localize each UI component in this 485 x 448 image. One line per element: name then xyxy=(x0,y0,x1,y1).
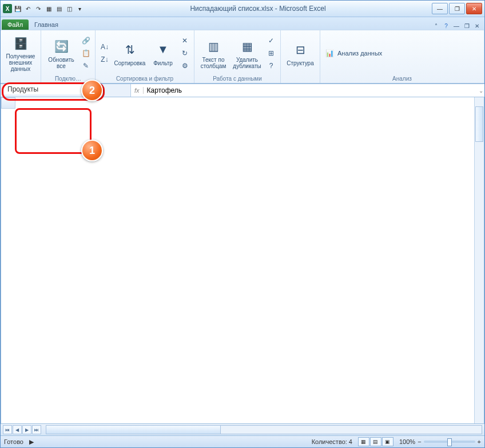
external-data-button[interactable]: 🗄️Получение внешних данных xyxy=(4,34,37,72)
sort-button[interactable]: ⇅Сортировка xyxy=(113,34,147,72)
view-normal-icon[interactable]: ▦ xyxy=(358,437,369,446)
remove-duplicates-button[interactable]: ▦Удалить дубликаты xyxy=(231,34,263,72)
clear-filter-icon[interactable]: ✕ xyxy=(179,35,190,46)
mdi-restore-icon[interactable]: ❐ xyxy=(463,22,471,30)
file-tab[interactable]: Файл xyxy=(2,19,29,30)
edit-links-icon[interactable]: ✎ xyxy=(80,60,92,72)
ribbon-tab[interactable]: Главная xyxy=(30,19,62,30)
macro-icon[interactable]: ▶ xyxy=(29,438,34,446)
select-all-corner[interactable] xyxy=(2,98,15,109)
qat-icon[interactable]: ◫ xyxy=(65,4,74,13)
zoom-level[interactable]: 100% xyxy=(399,438,415,445)
zoom-slider[interactable] xyxy=(424,441,475,443)
properties-icon[interactable]: 📋 xyxy=(80,47,92,59)
whatif-icon[interactable]: ? xyxy=(265,60,277,72)
name-box[interactable]: ▼ xyxy=(4,84,90,94)
view-pagebreak-icon[interactable]: ▣ xyxy=(382,437,393,446)
status-ready: Готово xyxy=(4,438,23,445)
text-to-columns-button[interactable]: ▥Текст по столбцам xyxy=(198,34,229,72)
filter-button[interactable]: ▼Фильтр xyxy=(149,34,177,72)
callout-2: 2 xyxy=(81,80,103,101)
redo-icon[interactable]: ↷ xyxy=(34,4,43,13)
spreadsheet-grid[interactable] xyxy=(1,97,15,109)
horizontal-scrollbar[interactable] xyxy=(46,425,482,434)
sheet-nav-last-icon[interactable]: ⏭ xyxy=(32,425,41,434)
formula-input[interactable] xyxy=(144,85,484,96)
connections-icon[interactable]: 🔗 xyxy=(80,35,92,46)
quick-access-toolbar: X 💾 ↶ ↷ ▦ ▤ ◫ ▾ xyxy=(3,4,84,13)
excel-window: X 💾 ↶ ↷ ▦ ▤ ◫ ▾ Ниспадающий список.xlsx … xyxy=(0,0,485,448)
mdi-min-icon[interactable]: — xyxy=(452,22,460,30)
qat-icon[interactable]: ▦ xyxy=(44,4,53,13)
titlebar: X 💾 ↶ ↷ ▦ ▤ ◫ ▾ Ниспадающий список.xlsx … xyxy=(1,1,484,17)
sort-asc-icon[interactable]: A↓ xyxy=(99,41,110,53)
window-title: Ниспадающий список.xlsx - Microsoft Exce… xyxy=(84,5,432,13)
ribbon-tabs: Файл Главная ˄ ? — ❐ ✕ xyxy=(1,17,484,30)
zoom-out-button[interactable]: − xyxy=(418,438,421,445)
help-icon[interactable]: ? xyxy=(442,22,450,30)
sheet-tab-bar: ⏮ ◀ ▶ ⏭ xyxy=(1,423,484,435)
sort-desc-icon[interactable]: Z↓ xyxy=(99,54,110,65)
data-validation-icon[interactable]: ✓ xyxy=(265,35,277,46)
expand-formula-icon[interactable]: ⌄ xyxy=(479,88,483,94)
save-icon[interactable]: 💾 xyxy=(13,4,22,13)
close-button[interactable]: ✕ xyxy=(466,3,482,14)
mdi-close-icon[interactable]: ✕ xyxy=(473,22,481,30)
formula-bar[interactable]: fx ⌄ xyxy=(130,84,484,97)
ribbon-min-icon[interactable]: ˄ xyxy=(432,22,440,30)
maximize-button[interactable]: ❐ xyxy=(449,3,465,14)
minimize-button[interactable]: — xyxy=(432,3,448,14)
consolidate-icon[interactable]: ⊞ xyxy=(265,47,277,59)
sheet-nav-first-icon[interactable]: ⏮ xyxy=(3,425,12,434)
qat-dropdown-icon[interactable]: ▾ xyxy=(75,4,84,13)
analysis-icon: 📊 xyxy=(324,47,335,59)
advanced-icon[interactable]: ⚙ xyxy=(179,60,190,72)
sheet-nav-prev-icon[interactable]: ◀ xyxy=(13,425,22,434)
status-bar: Готово ▶ Количество: 4 ▦ ▤ ▣ 100% − + xyxy=(1,435,484,447)
data-analysis-button[interactable]: 📊Анализ данных xyxy=(324,47,382,59)
worksheet-area: 1 xyxy=(1,97,484,423)
fx-icon[interactable]: fx xyxy=(131,87,144,94)
excel-icon: X xyxy=(3,4,12,13)
name-box-input[interactable] xyxy=(4,84,90,94)
view-layout-icon[interactable]: ▤ xyxy=(370,437,381,446)
window-controls: — ❐ ✕ xyxy=(432,3,482,14)
formula-bar-row: 2 ▼ fx ⌄ xyxy=(1,84,484,97)
qat-icon[interactable]: ▤ xyxy=(54,4,63,13)
structure-button[interactable]: ⊟Структура xyxy=(284,34,316,72)
ribbon: 🗄️Получение внешних данных 🔄Обновить все… xyxy=(1,30,484,84)
zoom-in-button[interactable]: + xyxy=(478,438,481,445)
sheet-nav-next-icon[interactable]: ▶ xyxy=(22,425,31,434)
vertical-scrollbar[interactable] xyxy=(474,97,484,423)
callout-1: 1 xyxy=(81,140,103,161)
undo-icon[interactable]: ↶ xyxy=(23,4,33,13)
reapply-icon[interactable]: ↻ xyxy=(179,47,190,59)
status-count: Количество: 4 xyxy=(312,438,352,445)
refresh-all-button[interactable]: 🔄Обновить все xyxy=(45,34,78,72)
